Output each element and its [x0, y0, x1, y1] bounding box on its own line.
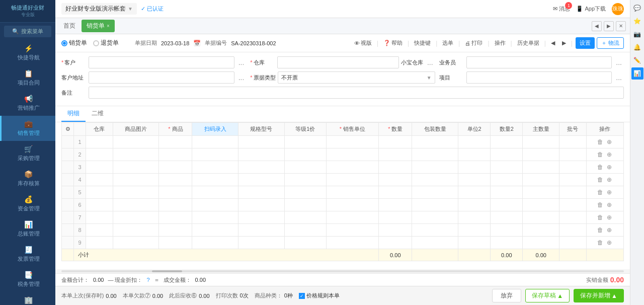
tab-home[interactable]: 首页	[59, 20, 79, 32]
right-panel-bell[interactable]: 🔔	[631, 41, 643, 53]
row-spec[interactable]	[238, 136, 285, 148]
tab-detail[interactable]: 明细	[61, 106, 86, 122]
bottom-actions: 放弃 保存草稿 ▲ 保存并新增 ▲	[492, 289, 624, 302]
warehouse-input[interactable]	[277, 56, 399, 68]
return-order-radio[interactable]: 退货单	[93, 39, 119, 47]
sidebar-item-tax[interactable]: 📑 税务管理	[0, 267, 55, 292]
row-batch[interactable]	[559, 136, 587, 148]
customer-dots[interactable]: ...	[236, 58, 247, 66]
sidebar-item-accounting[interactable]: 📊 总账管理	[0, 216, 55, 242]
select-button[interactable]: 选单	[440, 38, 455, 48]
shortcut-button[interactable]: 快捷键	[412, 38, 433, 48]
delete-row-icon[interactable]: 🗑	[596, 163, 604, 171]
copy-row-icon[interactable]: ⊕	[605, 226, 613, 234]
tab-close-all-button[interactable]: ✕	[616, 21, 626, 31]
save-new-button[interactable]: 保存并新增 ▲	[574, 289, 624, 302]
sales-icon: 💼	[24, 120, 33, 128]
search-menu-button[interactable]: 🔍 搜索菜单	[4, 26, 51, 37]
nav-next[interactable]: ▶	[560, 39, 568, 47]
app-download-button[interactable]: 📱 App下载	[576, 5, 606, 13]
scrollbar-thumb[interactable]	[152, 270, 182, 272]
copy-row-icon[interactable]: ⊕	[605, 239, 613, 247]
add-logistics-button[interactable]: ＋ 物流	[597, 37, 624, 49]
delete-row-icon[interactable]: 🗑	[596, 138, 604, 146]
price-rule-checkbox-label[interactable]: ✓ 价格规则本单	[299, 292, 340, 299]
set-button[interactable]: 设置	[576, 37, 595, 49]
row-pkg-qty[interactable]	[412, 136, 458, 148]
row-sale-unit[interactable]	[326, 136, 378, 148]
invoice-select[interactable]: 不开票 ▼	[278, 71, 435, 84]
address-input[interactable]	[89, 71, 234, 84]
copy-row-icon[interactable]: ⊕	[605, 188, 613, 196]
tab-prev-button[interactable]: ◀	[592, 21, 602, 31]
delete-row-icon[interactable]: 🗑	[596, 176, 604, 184]
sidebar-item-invoice[interactable]: 🧾 发票管理	[0, 242, 55, 267]
messages-button[interactable]: ✉ 消息 1	[553, 5, 570, 13]
customer-input[interactable]	[89, 56, 234, 68]
app-subtitle: 专业版	[4, 12, 51, 18]
warehouse-dots[interactable]: ...	[425, 58, 435, 66]
delete-row-icon[interactable]: 🗑	[596, 150, 604, 159]
sidebar-item-assets[interactable]: 🏢 固定资产	[0, 292, 55, 305]
delete-row-icon[interactable]: 🗑	[596, 188, 604, 196]
copy-row-icon[interactable]: ⊕	[605, 201, 613, 209]
right-panel-edit[interactable]: ✏️	[631, 54, 643, 66]
sidebar-item-sales[interactable]: 💼 销售管理	[0, 116, 55, 141]
save-draft-button[interactable]: 保存草稿 ▲	[525, 289, 570, 302]
tab-close-icon[interactable]: ×	[107, 23, 110, 29]
project-input[interactable]	[466, 71, 612, 84]
address-dots[interactable]: ...	[236, 73, 247, 82]
row-main-qty[interactable]	[523, 136, 559, 148]
sidebar-item-project[interactable]: 📋 项目合同	[0, 65, 55, 91]
abandon-button[interactable]: 放弃	[492, 289, 521, 302]
sale-order-radio[interactable]: 销货单	[61, 39, 87, 47]
remark-input[interactable]	[89, 87, 624, 99]
tab-next-button[interactable]: ▶	[604, 21, 614, 31]
staff-label: 业务员	[439, 59, 464, 66]
right-panel-star[interactable]: ⭐	[631, 15, 643, 27]
nav-prev[interactable]: ◀	[549, 39, 557, 47]
th-barcode[interactable]: 扫码录入	[192, 123, 238, 136]
row-quantity[interactable]	[379, 136, 412, 148]
project-dots[interactable]: ...	[614, 73, 624, 82]
delete-row-icon[interactable]: 🗑	[596, 226, 604, 234]
right-panel-chat[interactable]: 💬	[631, 2, 643, 14]
horizontal-scrollbar[interactable]	[55, 269, 630, 273]
right-panel-chart[interactable]: 📊	[631, 67, 643, 80]
help-icon[interactable]: ?	[146, 277, 149, 283]
sidebar-item-capital[interactable]: 💰 资金管理	[0, 191, 55, 216]
print-button[interactable]: 🖨 打印	[463, 38, 485, 48]
copy-row-icon[interactable]: ⊕	[605, 138, 613, 146]
staff-input[interactable]	[466, 56, 612, 68]
tab-2d[interactable]: 二维	[86, 106, 110, 122]
user-menu[interactable]: 珠珠	[612, 3, 624, 15]
tab-sales-order[interactable]: 销货单 ×	[82, 20, 115, 32]
help-button[interactable]: ❓ 帮助	[381, 38, 405, 48]
company-selector[interactable]: 好业财专业版演示帐套 ▼	[61, 3, 137, 15]
history-button[interactable]: 历史单据	[515, 38, 541, 48]
delete-row-icon[interactable]: 🗑	[596, 201, 604, 209]
copy-row-icon[interactable]: ⊕	[605, 176, 613, 184]
right-panel-camera[interactable]: 📷	[631, 28, 643, 40]
copy-row-icon[interactable]: ⊕	[605, 213, 613, 221]
row-qty2[interactable]	[491, 136, 523, 148]
delete-row-icon[interactable]: 🗑	[596, 213, 604, 221]
staff-dots[interactable]: ...	[614, 58, 624, 66]
row-grade-price[interactable]	[284, 136, 326, 148]
operate-button[interactable]: 操作	[493, 38, 508, 48]
sep8: |	[571, 40, 573, 47]
sidebar-item-purchase[interactable]: 🛒 采购管理	[0, 141, 55, 166]
calendar-icon[interactable]: 📅	[193, 40, 201, 47]
sidebar-item-nav[interactable]: ⚡ 快捷导航	[0, 40, 55, 65]
sidebar-item-inventory[interactable]: 📦 库存核算	[0, 166, 55, 191]
row-product[interactable]	[159, 136, 192, 148]
view-button[interactable]: 👁 视版	[352, 38, 374, 48]
table-row: 1	[62, 136, 624, 148]
th-settings[interactable]: ⚙	[62, 123, 74, 136]
delete-row-icon[interactable]: 🗑	[596, 239, 604, 247]
sidebar-item-marketing[interactable]: 📢 营销推广	[0, 91, 55, 116]
row-barcode[interactable]	[192, 136, 238, 148]
copy-row-icon[interactable]: ⊕	[605, 163, 613, 171]
copy-row-icon[interactable]: ⊕	[605, 150, 613, 159]
row-warehouse[interactable]	[86, 136, 113, 148]
